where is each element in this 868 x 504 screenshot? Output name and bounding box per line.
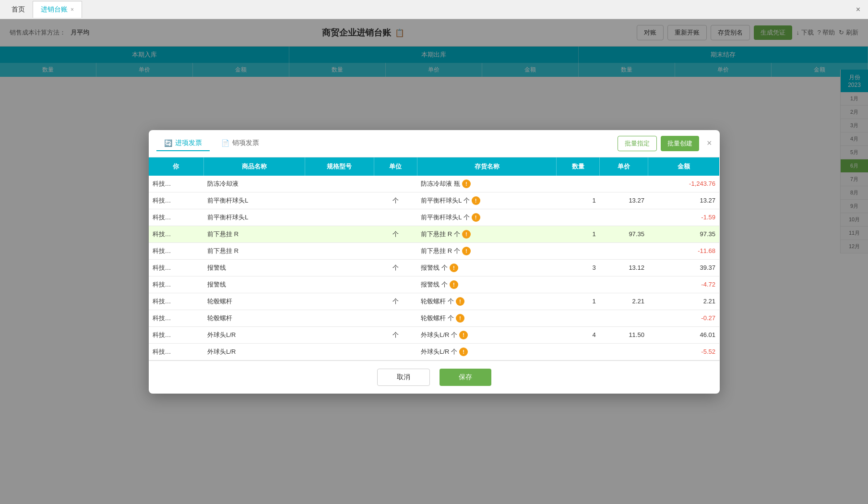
table-cell: 1 — [557, 226, 600, 242]
warning-icon: ! — [462, 180, 471, 188]
table-cell: 前下悬挂 R — [203, 242, 305, 259]
batch-assign-button[interactable]: 批量指定 — [618, 136, 657, 151]
table-cell: -0.27 — [648, 310, 719, 326]
tab-home[interactable]: 首页 — [4, 1, 33, 18]
table-cell — [600, 276, 648, 293]
tab-purchase-invoice[interactable]: 🔄 进项发票 — [156, 136, 210, 151]
table-cell: 前平衡杆球头L — [203, 209, 305, 226]
save-button[interactable]: 保存 — [440, 369, 491, 386]
table-cell — [305, 310, 374, 326]
table-cell — [600, 242, 648, 259]
table-cell: 4 — [557, 326, 600, 343]
table-cell — [305, 209, 374, 226]
table-cell: 外球头L/R 个! — [417, 343, 557, 360]
warning-icon: ! — [459, 348, 468, 356]
modal-table-container[interactable]: 你 商品名称 规格型号 单位 存货名称 数量 单价 金额 科技…防冻冷却液防冻冷… — [149, 157, 720, 360]
table-cell — [305, 276, 374, 293]
table-row: 科技…防冻冷却液防冻冷却液 瓶!-1,243.76 — [149, 176, 720, 192]
tab-close-icon[interactable]: × — [71, 6, 74, 13]
main-content: 销售成本计算方法： 月平均 商贸企业进销台账 📋 对账 重新开账 存货别名 生成… — [0, 19, 868, 504]
table-row: 科技…报警线报警线 个!-4.72 — [149, 276, 720, 293]
table-header-row: 你 商品名称 规格型号 单位 存货名称 数量 单价 金额 — [149, 157, 720, 176]
table-cell — [305, 192, 374, 209]
table-row: 科技…轮毂螺杆个轮毂螺杆 个!12.212.21 — [149, 293, 720, 310]
warning-icon: ! — [450, 280, 458, 289]
table-cell: 轮毂螺杆 — [203, 310, 305, 326]
table-row: 科技…前下悬挂 R个前下悬挂 R 个!197.3597.35 — [149, 226, 720, 242]
table-cell: 前下悬挂 R 个! — [417, 226, 557, 242]
table-cell — [374, 209, 417, 226]
table-row: 科技…报警线个报警线 个!313.1239.37 — [149, 259, 720, 276]
modal-close-button[interactable]: × — [707, 138, 712, 148]
table-cell: 13.27 — [600, 192, 648, 209]
table-cell: 科技… — [149, 293, 204, 310]
table-cell — [600, 176, 648, 192]
table-row: 科技…前平衡杆球头L前平衡杆球头L 个!-1.59 — [149, 209, 720, 226]
table-cell: 前平衡杆球头L — [203, 192, 305, 209]
table-cell: 科技… — [149, 209, 204, 226]
table-cell: 科技… — [149, 326, 204, 343]
warning-icon: ! — [462, 247, 471, 255]
table-cell: 前下悬挂 R — [203, 226, 305, 242]
table-cell — [374, 176, 417, 192]
table-cell: 轮毂螺杆 — [203, 293, 305, 310]
sales-tab-label: 销项发票 — [232, 139, 259, 147]
modal-dialog: 🔄 进项发票 📄 销项发票 批量指定 批量创建 × — [149, 130, 720, 394]
table-cell: 科技… — [149, 276, 204, 293]
table-cell: 13.12 — [600, 259, 648, 276]
table-cell — [557, 176, 600, 192]
table-cell: 轮毂螺杆 个! — [417, 310, 557, 326]
warning-icon: ! — [462, 230, 471, 239]
table-row: 科技…外球头L/R个外球头L/R 个!411.5046.01 — [149, 326, 720, 343]
table-cell — [557, 276, 600, 293]
table-cell: 前下悬挂 R 个! — [417, 242, 557, 259]
col-product-name: 商品名称 — [203, 157, 305, 176]
table-cell: 科技… — [149, 310, 204, 326]
table-cell — [374, 343, 417, 360]
table-cell: 报警线 — [203, 276, 305, 293]
table-row: 科技…轮毂螺杆轮毂螺杆 个!-0.27 — [149, 310, 720, 326]
table-cell: 1 — [557, 293, 600, 310]
table-cell: 防冻冷却液 — [203, 176, 305, 192]
table-row: 科技…前下悬挂 R前下悬挂 R 个!-11.68 — [149, 242, 720, 259]
table-cell: 外球头L/R — [203, 326, 305, 343]
table-cell — [305, 242, 374, 259]
table-cell: 前平衡杆球头L 个! — [417, 209, 557, 226]
table-cell: 外球头L/R — [203, 343, 305, 360]
warning-icon: ! — [472, 213, 480, 222]
warning-icon: ! — [456, 314, 464, 323]
col-inventory-name: 存货名称 — [417, 157, 557, 176]
table-cell: 13.27 — [648, 192, 719, 209]
table-cell: -1,243.76 — [648, 176, 719, 192]
table-cell: 外球头L/R 个! — [417, 326, 557, 343]
col-spec: 规格型号 — [305, 157, 374, 176]
col-amount: 金额 — [648, 157, 719, 176]
table-cell — [305, 176, 374, 192]
table-cell: 1 — [557, 192, 600, 209]
modal-table: 你 商品名称 规格型号 单位 存货名称 数量 单价 金额 科技…防冻冷却液防冻冷… — [149, 157, 720, 360]
table-cell: 科技… — [149, 192, 204, 209]
table-cell: 3 — [557, 259, 600, 276]
table-cell — [557, 242, 600, 259]
table-cell: 轮毂螺杆 个! — [417, 293, 557, 310]
warning-icon: ! — [472, 196, 480, 205]
table-cell: 2.21 — [648, 293, 719, 310]
table-cell — [600, 310, 648, 326]
tab-active[interactable]: 进销台账 × — [33, 1, 82, 18]
cancel-button[interactable]: 取消 — [377, 369, 430, 386]
tab-active-label: 进销台账 — [41, 5, 68, 14]
window-close-button[interactable]: × — [852, 3, 864, 16]
batch-create-button[interactable]: 批量创建 — [661, 136, 699, 151]
table-cell: 11.50 — [600, 326, 648, 343]
modal-header-actions: 批量指定 批量创建 — [618, 136, 699, 151]
modal-footer: 取消 保存 — [149, 360, 720, 394]
table-cell — [305, 226, 374, 242]
table-cell — [600, 209, 648, 226]
modal-table-body: 科技…防冻冷却液防冻冷却液 瓶!-1,243.76科技…前平衡杆球头L个前平衡杆… — [149, 176, 720, 360]
table-cell: 2.21 — [600, 293, 648, 310]
table-cell: 科技… — [149, 176, 204, 192]
table-cell: 报警线 — [203, 259, 305, 276]
col-company: 你 — [149, 157, 204, 176]
modal-overlay: 🔄 进项发票 📄 销项发票 批量指定 批量创建 × — [0, 19, 868, 504]
tab-sales-invoice[interactable]: 📄 销项发票 — [214, 136, 267, 151]
